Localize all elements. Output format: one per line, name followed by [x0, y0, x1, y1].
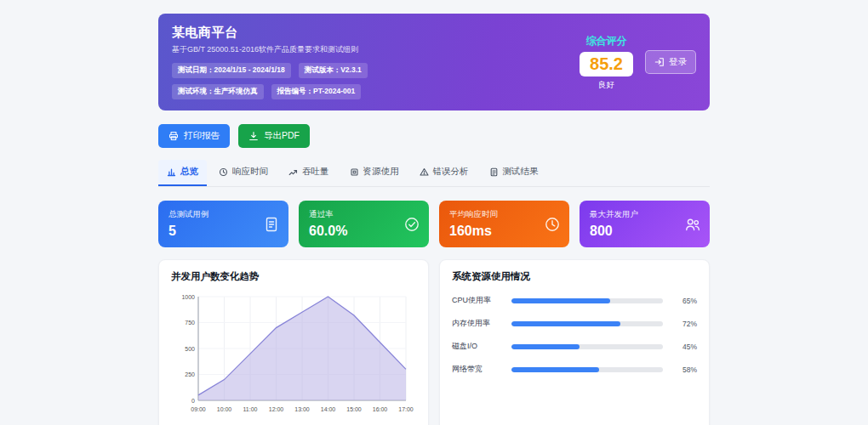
- tab-resource-usage[interactable]: 资源使用: [341, 160, 408, 186]
- svg-text:13:00: 13:00: [294, 406, 310, 412]
- svg-text:16:00: 16:00: [373, 406, 388, 412]
- svg-text:1000: 1000: [181, 294, 195, 300]
- stat-card-pass-rate: 通过率 60.0%: [299, 201, 429, 247]
- svg-text:250: 250: [185, 371, 195, 377]
- progress-track: [511, 367, 663, 372]
- tab-throughput[interactable]: 吞吐量: [280, 160, 338, 186]
- progress-fill: [511, 321, 620, 326]
- progress-fill: [511, 344, 580, 349]
- svg-text:12:00: 12:00: [269, 406, 284, 412]
- export-pdf-label: 导出PDF: [264, 130, 300, 142]
- warning-icon: [420, 167, 429, 177]
- document-icon: [263, 216, 280, 233]
- concurrency-chart-card: 并发用户数变化趋势 0250500750100009:0010:0011:001…: [158, 259, 429, 425]
- score-label: 综合评分: [580, 34, 633, 48]
- stat-card-max-concurrency: 最大并发用户 800: [580, 201, 710, 247]
- score-value: 85.2: [590, 54, 623, 73]
- tab-label: 吞吐量: [302, 166, 329, 178]
- tab-label: 错误分析: [433, 166, 469, 178]
- resource-label: 网络带宽: [452, 364, 505, 375]
- clipboard-icon: [489, 167, 499, 177]
- progress-track: [511, 321, 663, 326]
- badge-row-2: 测试环境：生产环境仿真 报告编号：PT-2024-001: [172, 84, 368, 99]
- resource-row-network: 网络带宽 58%: [452, 364, 697, 375]
- chip-icon: [350, 167, 359, 177]
- print-report-button[interactable]: 打印报告: [158, 124, 230, 148]
- page-title: 某电商平台: [172, 25, 368, 41]
- resources-title: 系统资源使用情况: [452, 270, 697, 283]
- progress-fill: [511, 298, 610, 303]
- printer-icon: [168, 131, 179, 141]
- tab-label: 响应时间: [232, 166, 268, 178]
- svg-text:17:00: 17:00: [398, 406, 414, 412]
- svg-text:500: 500: [185, 346, 195, 352]
- export-pdf-button[interactable]: 导出PDF: [238, 124, 310, 148]
- stat-card-avg-response: 平均响应时间 160ms: [439, 201, 569, 247]
- login-icon: [654, 57, 665, 67]
- concurrency-area-chart: 0250500750100009:0010:0011:0012:0013:001…: [171, 290, 414, 419]
- resource-percent: 45%: [670, 343, 697, 351]
- score-grade: 良好: [580, 80, 633, 91]
- svg-text:14:00: 14:00: [321, 406, 336, 412]
- clock-icon: [219, 167, 228, 177]
- report-tabs: 总览 响应时间 吞吐量 资源使用: [158, 160, 710, 187]
- check-circle-icon: [403, 216, 420, 233]
- report-header-info: 某电商平台 基于GB/T 25000.51-2016软件产品质量要求和测试细则 …: [172, 25, 368, 99]
- resource-percent: 58%: [670, 366, 697, 374]
- svg-text:10:00: 10:00: [217, 406, 232, 412]
- stat-value: 60.0%: [309, 224, 419, 239]
- tab-error-analysis[interactable]: 错误分析: [411, 160, 477, 186]
- resource-label: CPU使用率: [452, 295, 505, 306]
- download-icon: [248, 131, 259, 141]
- resource-label: 内存使用率: [452, 318, 505, 329]
- badge-test-env: 测试环境：生产环境仿真: [172, 84, 264, 99]
- resource-row-disk: 磁盘I/O 45%: [452, 341, 697, 352]
- trend-up-icon: [288, 167, 298, 177]
- stat-value: 5: [168, 224, 278, 239]
- stat-label: 通过率: [309, 209, 419, 220]
- tab-label: 总览: [180, 166, 198, 178]
- users-icon: [684, 216, 701, 233]
- badge-report-id: 报告编号：PT-2024-001: [271, 84, 362, 99]
- resources-card: 系统资源使用情况 CPU使用率 65% 内存使用率 72% 磁盘I/O: [439, 259, 710, 425]
- report-header-side: 综合评分 85.2 良好 登录: [580, 25, 696, 99]
- clock-icon: [544, 216, 561, 233]
- resource-label: 磁盘I/O: [452, 341, 505, 352]
- detail-panels: 并发用户数变化趋势 0250500750100009:0010:0011:001…: [158, 259, 710, 425]
- report-subtitle: 基于GB/T 25000.51-2016软件产品质量要求和测试细则: [172, 44, 368, 55]
- tab-test-results[interactable]: 测试结果: [481, 160, 547, 186]
- report-header: 某电商平台 基于GB/T 25000.51-2016软件产品质量要求和测试细则 …: [158, 14, 710, 110]
- progress-track: [511, 298, 663, 303]
- stat-label: 平均响应时间: [449, 209, 559, 220]
- progress-fill: [511, 367, 599, 372]
- tab-overview[interactable]: 总览: [158, 160, 207, 186]
- resource-percent: 65%: [670, 297, 697, 305]
- svg-text:09:00: 09:00: [191, 406, 206, 412]
- tab-response-time[interactable]: 响应时间: [210, 160, 277, 186]
- badge-row-1: 测试日期：2024/1/15 - 2024/1/18 测试版本：V2.3.1: [172, 63, 368, 78]
- badge-test-date: 测试日期：2024/1/15 - 2024/1/18: [172, 63, 291, 78]
- badge-test-version: 测试版本：V2.3.1: [299, 63, 368, 78]
- resource-percent: 72%: [670, 320, 697, 328]
- login-label: 登录: [669, 56, 687, 68]
- stat-label: 总测试用例: [168, 209, 278, 220]
- resource-row-cpu: CPU使用率 65%: [452, 295, 697, 306]
- resource-row-memory: 内存使用率 72%: [452, 318, 697, 329]
- overall-score: 综合评分 85.2 良好: [580, 34, 633, 91]
- stat-value: 800: [590, 224, 700, 239]
- svg-text:15:00: 15:00: [346, 406, 362, 412]
- stat-label: 最大并发用户: [590, 209, 700, 220]
- progress-track: [511, 344, 663, 349]
- overview-icon: [167, 167, 176, 177]
- svg-text:750: 750: [185, 320, 195, 326]
- tab-label: 测试结果: [503, 166, 539, 178]
- chart-title: 并发用户数变化趋势: [171, 270, 416, 283]
- svg-text:0: 0: [191, 398, 195, 404]
- stat-value: 160ms: [449, 224, 559, 239]
- print-report-label: 打印报告: [184, 130, 220, 142]
- stat-cards: 总测试用例 5 通过率 60.0% 平均响应时间 160ms: [158, 201, 710, 247]
- login-button[interactable]: 登录: [645, 50, 696, 74]
- svg-text:11:00: 11:00: [243, 406, 258, 412]
- tab-label: 资源使用: [363, 166, 399, 178]
- report-page: 某电商平台 基于GB/T 25000.51-2016软件产品质量要求和测试细则 …: [158, 0, 710, 425]
